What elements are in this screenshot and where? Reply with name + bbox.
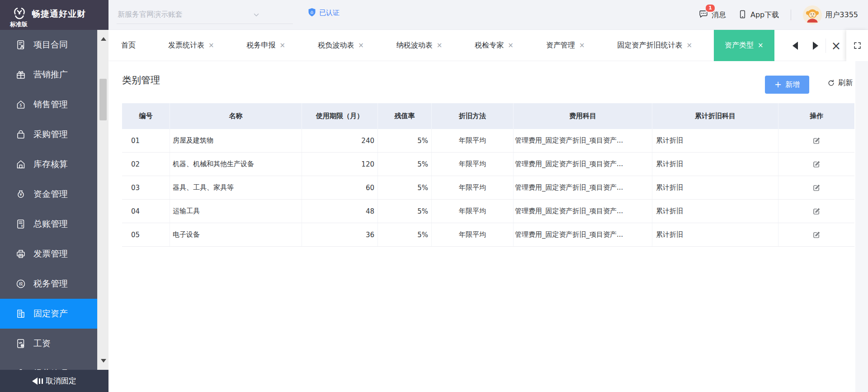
messages-count-badge: 1 (705, 4, 716, 13)
sidebar-item-label: 固定资产 (33, 308, 68, 320)
sidebar-item-label: 发票管理 (33, 248, 68, 260)
tabs-scroll-right-button[interactable] (805, 30, 826, 61)
cell-expense-account: 管理费用_固定资产折旧_项目资产... (514, 200, 652, 223)
edit-pencil-icon (812, 160, 821, 168)
cell-code: 03 (122, 176, 170, 199)
edit-button[interactable] (812, 160, 821, 169)
close-icon[interactable] (758, 42, 764, 49)
sidebar-item-fixed-assets[interactable]: 固定资产 (0, 299, 97, 329)
svg-text:$: $ (19, 103, 22, 107)
scroll-down-button[interactable] (98, 355, 109, 366)
sidebar-item-funds[interactable]: ¥ 资金管理 (0, 179, 97, 209)
cell-term: 36 (302, 223, 378, 246)
tabs-scroll-left-button[interactable] (785, 30, 805, 61)
tax-coin-icon: 税 (15, 278, 26, 289)
verified-badge[interactable]: 企 已认证 (307, 8, 340, 18)
sidebar-item-marketing[interactable]: 营销推广 (0, 60, 97, 90)
triangle-right-icon (813, 42, 818, 50)
contract-doc-icon (15, 39, 26, 50)
money-bag-icon: ¥ (15, 189, 26, 200)
sidebar-item-label: 工资 (33, 338, 51, 349)
edit-button[interactable] (812, 136, 821, 145)
sidebar-item-sales[interactable]: $ 销售管理 (0, 90, 97, 120)
sidebar-item-label: 资金管理 (33, 188, 68, 200)
sidebar-item-label: 总账管理 (33, 218, 68, 230)
tabbar: 首页 发票统计表 税务申报 税负波动表 纳税波动表 税检专家 (108, 30, 868, 61)
close-icon[interactable] (437, 42, 443, 49)
sidebar-item-general-ledger[interactable]: ¥ 总账管理 (0, 209, 97, 239)
unpin-label: 取消固定 (46, 376, 76, 386)
close-tab-button[interactable] (826, 30, 846, 61)
cell-actions (778, 153, 854, 176)
column-header: 残值率 (378, 103, 432, 129)
tab-tax-filing[interactable]: 税务申报 (236, 30, 297, 61)
phone-icon (738, 10, 747, 21)
account-book-value: 新服务官网演示账套 (118, 10, 183, 19)
sidebar-item-project-contract[interactable]: 项目合同 (0, 30, 97, 60)
unpin-sidebar-button[interactable]: 取消固定 (0, 370, 108, 392)
svg-text:¥: ¥ (19, 192, 22, 197)
scroll-up-button[interactable] (98, 33, 109, 44)
sidebar-item-tax[interactable]: 税 税务管理 (0, 269, 97, 299)
add-button[interactable]: 新增 (765, 76, 809, 94)
add-button-label: 新增 (785, 80, 800, 90)
sidebar-item-label: 采购管理 (33, 129, 68, 140)
cell-accumulated-account: 累计折旧 (652, 223, 778, 246)
edit-button[interactable] (812, 183, 821, 192)
tab-asset-type[interactable]: 资产类型 (714, 30, 774, 61)
messages-button[interactable]: 1 消息 (698, 9, 726, 21)
scrollbar-thumb[interactable] (99, 79, 107, 120)
tab-home[interactable]: 首页 (110, 30, 146, 61)
cell-rate: 5% (378, 176, 432, 199)
sidebar-scrollbar[interactable] (97, 30, 108, 370)
tab-asset-management[interactable]: 资产管理 (535, 30, 596, 61)
fullscreen-button[interactable] (846, 30, 868, 61)
cell-accumulated-account: 累计折旧 (652, 153, 778, 176)
account-book-select[interactable]: 新服务官网演示账套 (117, 6, 293, 24)
user-label: 用户3355 (825, 10, 858, 20)
close-icon[interactable] (508, 42, 514, 49)
column-header: 名称 (170, 103, 302, 129)
cell-rate: 5% (378, 200, 432, 223)
sidebar: 项目合同 营销推广 $ 销售管理 (0, 30, 97, 370)
sidebar-item-inventory[interactable]: 库存核算 (0, 149, 97, 179)
store-dollar-icon: $ (15, 99, 26, 110)
tab-fixed-asset-depreciation-stats[interactable]: 固定资产折旧统计表 (606, 30, 703, 61)
cell-expense-account: 管理费用_固定资产折旧_项目资产... (514, 223, 652, 246)
sidebar-item-salary[interactable]: 工资 (0, 329, 97, 359)
tab-tax-burden-fluctuation[interactable]: 税负波动表 (307, 30, 375, 61)
edit-pencil-icon (812, 184, 821, 192)
triangle-left-icon (793, 42, 798, 50)
tab-tax-payment-fluctuation[interactable]: 纳税波动表 (386, 30, 453, 61)
cell-term: 48 (302, 200, 378, 223)
user-menu[interactable]: 用户3355 (803, 5, 858, 24)
close-icon (831, 40, 841, 52)
tab-tax-inspection-expert[interactable]: 税检专家 (464, 30, 524, 61)
sidebar-item-invoice[interactable]: ¥ 发票管理 (0, 239, 97, 269)
close-icon[interactable] (358, 42, 364, 49)
cell-expense-account: 管理费用_固定资产折旧_项目资产... (514, 153, 652, 176)
cell-name: 房屋及建筑物 (170, 129, 302, 152)
brand-name: 畅捷通好业财 (32, 8, 86, 20)
close-icon[interactable] (208, 42, 214, 49)
refresh-button[interactable]: 刷新 (827, 78, 853, 88)
cell-actions (778, 176, 854, 199)
close-icon[interactable] (579, 42, 585, 49)
edit-button[interactable] (812, 207, 821, 216)
app-download-button[interactable]: App下载 (738, 10, 779, 21)
cell-rate: 5% (378, 153, 432, 176)
sidebar-item-business[interactable]: 经营管理 (0, 359, 97, 370)
open-tabs: 首页 发票统计表 税务申报 税负波动表 纳税波动表 税检专家 (108, 30, 774, 61)
svg-text:¥: ¥ (21, 224, 23, 228)
cell-term: 120 (302, 153, 378, 176)
edit-button[interactable] (812, 230, 821, 239)
cell-actions (778, 129, 854, 152)
cell-accumulated-account: 累计折旧 (652, 129, 778, 152)
close-icon[interactable] (280, 42, 286, 49)
sidebar-item-purchase[interactable]: 采购管理 (0, 120, 97, 149)
tab-invoice-stats[interactable]: 发票统计表 (157, 30, 225, 61)
column-header: 编号 (122, 103, 170, 129)
app-download-label: App下载 (750, 10, 779, 20)
close-icon[interactable] (686, 42, 692, 49)
fullscreen-icon (853, 41, 862, 50)
